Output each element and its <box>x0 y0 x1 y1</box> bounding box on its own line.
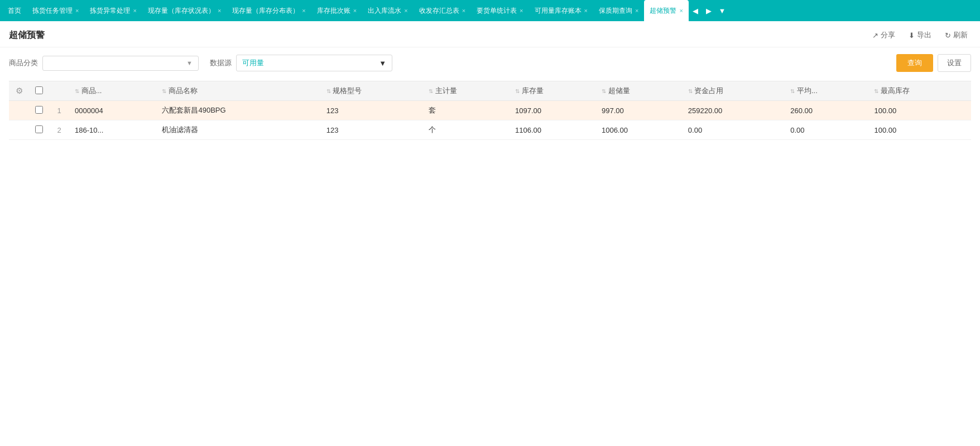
spec-cell: 123 <box>321 101 423 120</box>
filter-right-actions: 查询 设置 <box>896 54 971 72</box>
settings-button[interactable]: 设置 <box>938 54 971 72</box>
close-icon[interactable]: × <box>462 7 465 14</box>
nav-tab-5[interactable]: 库存批次账 × <box>311 0 362 21</box>
table-row: 2 186-10... 机油滤清器 123 个 1106.00 1006.00 … <box>9 120 971 140</box>
export-icon: ⬇ <box>909 31 915 40</box>
top-nav: 首页 拣货任务管理 × 拣货异常处理 × 现存量（库存状况表） × 现存量（库存… <box>0 0 980 21</box>
sort-icon: ⇅ <box>515 88 520 94</box>
nav-tab-6[interactable]: 出入库流水 × <box>362 0 413 21</box>
nav-tab-home[interactable]: 首页 <box>2 0 27 21</box>
nav-tab-1[interactable]: 拣货任务管理 × <box>27 0 84 21</box>
nav-next-arrow[interactable]: ▶ <box>702 0 715 21</box>
row-checkbox[interactable] <box>35 125 43 133</box>
capital-cell: 259220.00 <box>683 101 785 120</box>
row-checkbox-cell[interactable] <box>29 101 49 120</box>
stock-header[interactable]: ⇅ 库存量 <box>510 81 596 101</box>
datasource-filter: 数据源 可用量 ▼ <box>210 55 392 71</box>
close-icon[interactable]: × <box>679 7 683 14</box>
product-code-cell: 0000004 <box>69 101 156 120</box>
close-icon[interactable]: × <box>404 7 407 14</box>
refresh-button[interactable]: ↻ 刷新 <box>941 28 971 42</box>
export-button[interactable]: ⬇ 导出 <box>905 28 935 42</box>
over-stock-cell: 997.00 <box>596 101 683 120</box>
chevron-down-icon: ▼ <box>186 60 193 66</box>
gear-icon[interactable]: ⚙ <box>16 86 23 95</box>
spec-cell: 123 <box>321 120 423 140</box>
query-button[interactable]: 查询 <box>896 54 933 72</box>
nav-prev-arrow[interactable]: ◀ <box>689 0 702 21</box>
avg-header[interactable]: ⇅ 平均... <box>785 81 868 101</box>
sort-icon: ⇅ <box>602 88 606 94</box>
max-stock-header[interactable]: ⇅ 最高库存 <box>868 81 971 101</box>
row-gear-cell <box>9 101 29 120</box>
sort-icon: ⇅ <box>429 88 433 94</box>
close-icon[interactable]: × <box>353 7 357 14</box>
datasource-value: 可用量 <box>242 58 264 68</box>
nav-tab-active[interactable]: 超储预警 × <box>644 0 688 21</box>
header-actions: ↗ 分享 ⬇ 导出 ↻ 刷新 <box>869 28 971 42</box>
data-table: ⚙ ⇅ 商品... ⇅ 商品名称 ⇅ 规格型号 <box>9 81 971 140</box>
nav-tab-7[interactable]: 收发存汇总表 × <box>414 0 471 21</box>
unit-cell: 个 <box>423 120 510 140</box>
close-icon[interactable]: × <box>635 7 638 14</box>
stock-cell: 1097.00 <box>510 101 596 120</box>
sort-icon: ⇅ <box>75 88 79 94</box>
over-stock-header[interactable]: ⇅ 超储量 <box>596 81 683 101</box>
datasource-label: 数据源 <box>210 58 232 68</box>
filter-area: 商品分类 ▼ 数据源 可用量 ▼ 查询 设置 <box>0 47 980 79</box>
row-gear-cell <box>9 120 29 140</box>
close-icon[interactable]: × <box>302 7 305 14</box>
share-button[interactable]: ↗ 分享 <box>869 28 899 42</box>
select-all-checkbox[interactable] <box>35 86 43 94</box>
close-icon[interactable]: × <box>520 7 523 14</box>
gear-header[interactable]: ⚙ <box>9 81 29 101</box>
product-category-label: 商品分类 <box>9 58 38 68</box>
product-category-select[interactable]: ▼ <box>42 56 199 71</box>
product-code-header[interactable]: ⇅ 商品... <box>69 81 156 101</box>
capital-cell: 0.00 <box>683 120 785 140</box>
close-icon[interactable]: × <box>75 7 79 14</box>
sort-icon: ⇅ <box>688 88 693 94</box>
spec-header[interactable]: ⇅ 规格型号 <box>321 81 423 101</box>
product-name-cell: 机油滤清器 <box>156 120 320 140</box>
row-checkbox[interactable] <box>35 106 43 114</box>
datasource-select[interactable]: 可用量 ▼ <box>236 55 392 71</box>
sort-icon: ⇅ <box>162 88 166 94</box>
over-stock-cell: 1006.00 <box>596 120 683 140</box>
row-number: 1 <box>49 101 69 120</box>
product-name-header[interactable]: ⇅ 商品名称 <box>156 81 320 101</box>
nav-tab-9[interactable]: 可用量库存账本 × <box>529 0 593 21</box>
stock-cell: 1106.00 <box>510 120 596 140</box>
table-header-row: ⚙ ⇅ 商品... ⇅ 商品名称 ⇅ 规格型号 <box>9 81 971 101</box>
nav-tab-8[interactable]: 要货单统计表 × <box>471 0 529 21</box>
nav-more-arrow[interactable]: ▼ <box>715 0 729 21</box>
nav-tab-10[interactable]: 保质期查询 × <box>593 0 644 21</box>
sort-icon: ⇅ <box>790 88 795 94</box>
unit-cell: 套 <box>423 101 510 120</box>
nav-tab-2[interactable]: 拣货异常处理 × <box>84 0 142 21</box>
close-icon[interactable]: × <box>584 7 588 14</box>
table-container: ⚙ ⇅ 商品... ⇅ 商品名称 ⇅ 规格型号 <box>0 81 980 140</box>
product-code-cell: 186-10... <box>69 120 156 140</box>
table-row: 1 0000004 六配套新昌490BPG 123 套 1097.00 997.… <box>9 101 971 120</box>
close-icon[interactable]: × <box>218 7 221 14</box>
share-icon: ↗ <box>872 31 878 40</box>
row-checkbox-cell[interactable] <box>29 120 49 140</box>
sort-icon: ⇅ <box>326 88 331 94</box>
nav-tab-4[interactable]: 现存量（库存分布表） × <box>227 0 311 21</box>
sort-icon: ⇅ <box>874 88 878 94</box>
row-num-header <box>49 81 69 101</box>
row-number: 2 <box>49 120 69 140</box>
capital-header[interactable]: ⇅ 资金占用 <box>683 81 785 101</box>
chevron-down-icon: ▼ <box>379 59 386 67</box>
page-title: 超储预警 <box>9 30 45 41</box>
refresh-icon: ↻ <box>945 31 951 40</box>
close-icon[interactable]: × <box>133 7 136 14</box>
avg-cell: 0.00 <box>785 120 868 140</box>
unit-header[interactable]: ⇅ 主计量 <box>423 81 510 101</box>
max-stock-cell: 100.00 <box>868 101 971 120</box>
nav-tab-3[interactable]: 现存量（库存状况表） × <box>142 0 227 21</box>
checkbox-header[interactable] <box>29 81 49 101</box>
product-name-cell: 六配套新昌490BPG <box>156 101 320 120</box>
product-category-filter: 商品分类 ▼ <box>9 56 199 71</box>
